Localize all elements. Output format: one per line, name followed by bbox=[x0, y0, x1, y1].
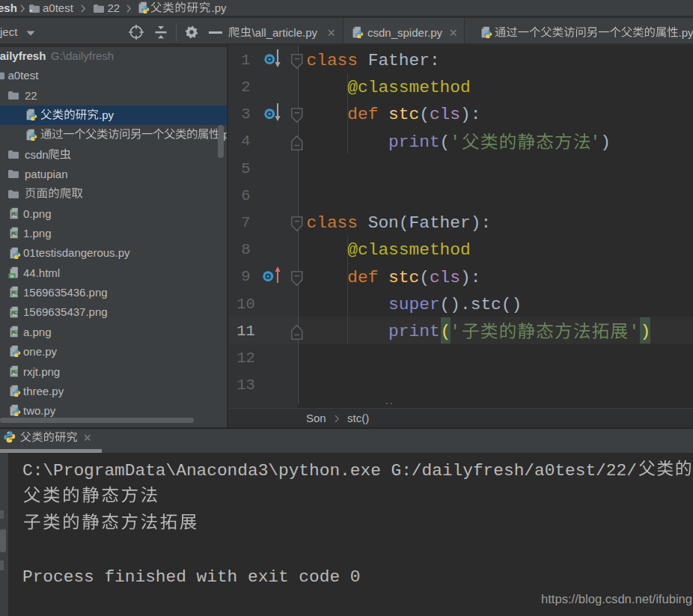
svg-text:H: H bbox=[10, 274, 13, 278]
